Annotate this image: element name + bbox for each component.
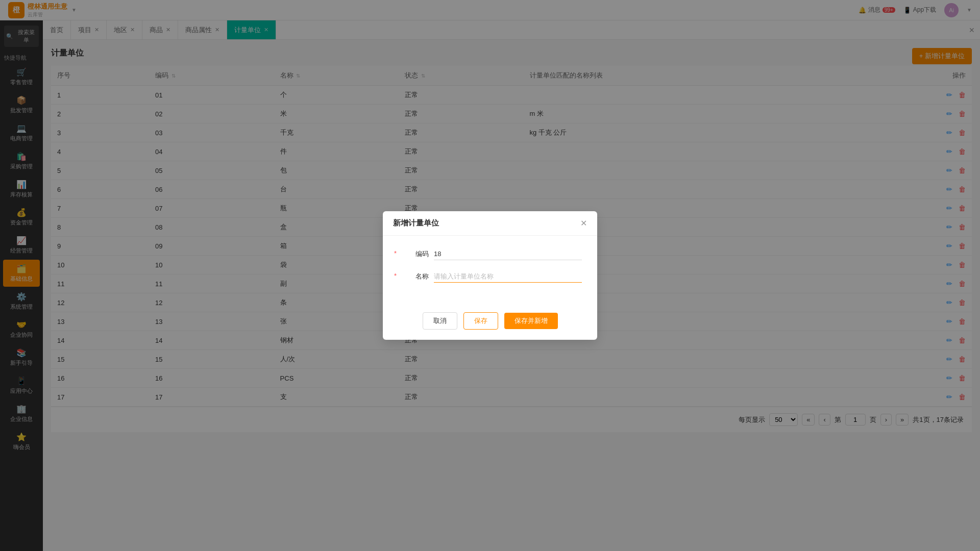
code-label: 编码: [398, 249, 429, 259]
modal-footer: 取消 保存 保存并新增: [383, 305, 597, 340]
cancel-button[interactable]: 取消: [423, 312, 457, 330]
name-form-row: 名称: [398, 270, 582, 283]
save-button[interactable]: 保存: [463, 312, 498, 330]
modal-body: 编码 名称: [383, 236, 597, 305]
code-form-row: 编码: [398, 248, 582, 260]
code-input[interactable]: [434, 248, 582, 260]
add-unit-modal: 新增计量单位 ✕ 编码 名称 取消 保存 保存并新增: [383, 211, 597, 340]
modal-close-button[interactable]: ✕: [580, 218, 587, 228]
modal-header: 新增计量单位 ✕: [383, 211, 597, 236]
name-label: 名称: [398, 272, 429, 281]
name-input[interactable]: [434, 270, 582, 283]
modal-title: 新增计量单位: [393, 218, 439, 228]
save-and-new-button[interactable]: 保存并新增: [504, 313, 558, 329]
modal-overlay[interactable]: 新增计量单位 ✕ 编码 名称 取消 保存 保存并新增: [0, 0, 980, 551]
